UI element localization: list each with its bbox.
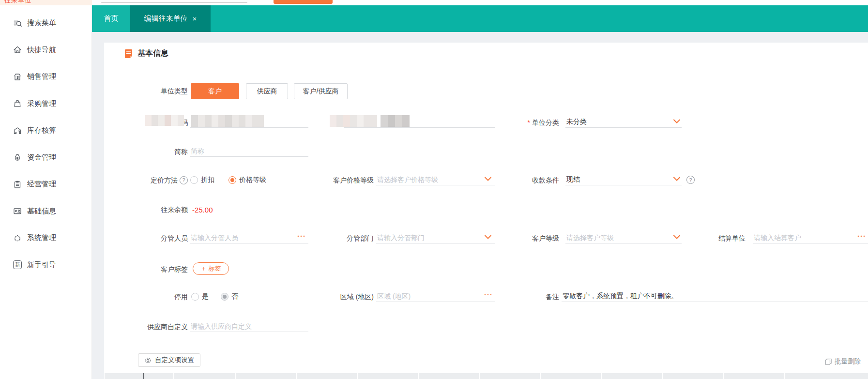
short-name-input[interactable] (190, 145, 308, 157)
custom-settings-button[interactable]: 自定义项设置 (138, 353, 200, 367)
supplier-custom-input[interactable] (190, 320, 308, 332)
dotted-circle-icon (12, 233, 23, 243)
batch-delete-button[interactable]: 批量删除 (825, 357, 861, 366)
balance-value: -25.00 (192, 206, 213, 214)
unit-type-customer-button[interactable]: 客户 (191, 83, 239, 99)
sidebar-item-label: 经营管理 (27, 180, 56, 189)
table-header-cell (236, 373, 296, 379)
unit-type-label: 单位类型 (104, 86, 188, 96)
table-header-divider (143, 373, 144, 379)
chevron-down-icon[interactable] (673, 119, 681, 124)
supplier-custom-label: 供应商自定义 (104, 321, 188, 332)
active-menu-label: 往来单位 (4, 0, 31, 5)
more-options-icon[interactable]: ··· (857, 232, 866, 240)
batch-delete-label: 批量删除 (835, 357, 861, 366)
table-header-cell (480, 373, 540, 379)
redaction-mosaic (191, 115, 264, 127)
sidebar-item-inventory[interactable]: 库存核算 (0, 117, 91, 144)
radio-selected-icon[interactable] (221, 293, 228, 301)
id-card-icon (12, 206, 23, 216)
required-asterisk: * (528, 119, 530, 126)
settlement-unit-label: 结算单位 (656, 233, 746, 243)
tab-edit-contact-unit[interactable]: 编辑往来单位 × (130, 5, 211, 32)
unit-type-supplier-button[interactable]: 供应商 (246, 83, 288, 99)
sidebar: 搜索菜单 快捷导航 销售管理 采购管理 (0, 5, 92, 379)
disabled-no-radio[interactable]: 否 (221, 291, 238, 302)
clipboard-icon (12, 179, 23, 190)
content-area: 基本信息 单位类型 客户 供应商 客户/供应商 *单位编码 *单位分类 简称 定 (92, 32, 868, 379)
tab-label: 首页 (104, 14, 119, 23)
warehouse-icon (12, 125, 23, 136)
shopping-bag-icon (12, 98, 23, 109)
sidebar-item-search-menu[interactable]: 搜索菜单 (0, 10, 91, 37)
table-header-cell (174, 373, 235, 379)
sidebar-item-label: 资金管理 (27, 153, 56, 162)
pricing-price-level-radio[interactable]: 价格等级 (228, 175, 266, 185)
table-header-cell (358, 373, 418, 379)
disabled-label: 停用 (104, 291, 188, 302)
edit-form-card: 基本信息 单位类型 客户 供应商 客户/供应商 *单位编码 *单位分类 简称 定 (104, 43, 868, 379)
sidebar-item-funds[interactable]: 资金管理 (0, 144, 91, 171)
pricing-discount-radio[interactable]: 折扣 (190, 175, 214, 185)
redaction-mosaic (330, 115, 377, 127)
search-menu-icon (12, 18, 23, 29)
unit-category-select[interactable] (565, 116, 682, 128)
gear-icon (144, 357, 152, 364)
customer-price-level-label: 客户价格等级 (278, 175, 374, 185)
radio-selected-icon[interactable] (228, 176, 236, 184)
add-tag-button[interactable]: ＋ 标签 (193, 262, 229, 275)
help-icon[interactable]: ? (686, 176, 695, 184)
sidebar-item-label: 采购管理 (27, 99, 56, 108)
sidebar-item-operations[interactable]: 经营管理 (0, 171, 91, 198)
sidebar-item-label: 库存核算 (27, 126, 56, 135)
remark-input[interactable] (562, 290, 868, 302)
table-header-cell (419, 373, 479, 379)
disabled-yes-radio[interactable]: 是 (191, 291, 209, 302)
payment-terms-select[interactable] (565, 174, 682, 185)
pricing-method-label: 定价方法 ? (104, 175, 188, 185)
payment-terms-label: 收款条件 (477, 175, 559, 185)
section-title: 基本信息 (137, 48, 168, 59)
settlement-unit-input[interactable] (753, 232, 868, 243)
customer-level-label: 客户等级 (477, 233, 559, 243)
home-icon (12, 45, 23, 55)
clipped-orange-button[interactable] (274, 0, 333, 4)
tab-close-icon[interactable]: × (193, 15, 197, 22)
radio-icon[interactable] (191, 293, 199, 301)
new-badge-icon: 新 (12, 259, 23, 270)
active-menu-highlight: 往来单位 (0, 0, 92, 5)
short-name-label: 简称 (104, 146, 188, 157)
batch-delete-icon (825, 358, 832, 365)
sidebar-item-label: 销售管理 (27, 72, 56, 81)
radio-icon[interactable] (190, 176, 198, 184)
tab-bar: 首页 编辑往来单位 × (92, 5, 868, 32)
sidebar-item-system[interactable]: 系统管理 (0, 225, 91, 252)
balance-label: 往来余额 (104, 204, 188, 215)
sidebar-item-quick-nav[interactable]: 快捷导航 (0, 37, 91, 64)
table-header-cell (785, 373, 868, 379)
app-window: 往来单位 搜索菜单 快捷导航 销售管理 (0, 0, 868, 379)
section-header: 基本信息 (124, 48, 168, 59)
tab-home[interactable]: 首页 (92, 5, 130, 32)
sidebar-item-label: 新手引导 (27, 260, 56, 270)
sidebar-item-purchase[interactable]: 采购管理 (0, 91, 91, 118)
shop-dollar-icon (12, 72, 23, 82)
manager-label: 分管人员 (104, 233, 188, 243)
sidebar-item-sales[interactable]: 销售管理 (0, 63, 91, 91)
redaction-mosaic (381, 115, 410, 127)
custom-settings-label: 自定义项设置 (155, 356, 194, 364)
table-header-cell (144, 373, 173, 379)
sidebar-item-label: 系统管理 (27, 233, 56, 243)
help-icon[interactable]: ? (180, 176, 188, 184)
chevron-down-icon[interactable] (673, 177, 681, 182)
table-header-cell (105, 373, 143, 379)
redaction-mosaic (145, 115, 184, 126)
customer-tag-label: 客户标签 (104, 264, 188, 274)
sidebar-item-basic-info[interactable]: 基础信息 (0, 198, 91, 225)
table-header-clipped (105, 373, 868, 379)
sidebar-item-newbie[interactable]: 新 新手引导 (0, 252, 91, 279)
sidebar-item-label: 搜索菜单 (27, 18, 56, 28)
document-icon (124, 49, 133, 59)
unit-type-both-button[interactable]: 客户/供应商 (294, 83, 348, 99)
clipped-input-underline (101, 2, 247, 3)
